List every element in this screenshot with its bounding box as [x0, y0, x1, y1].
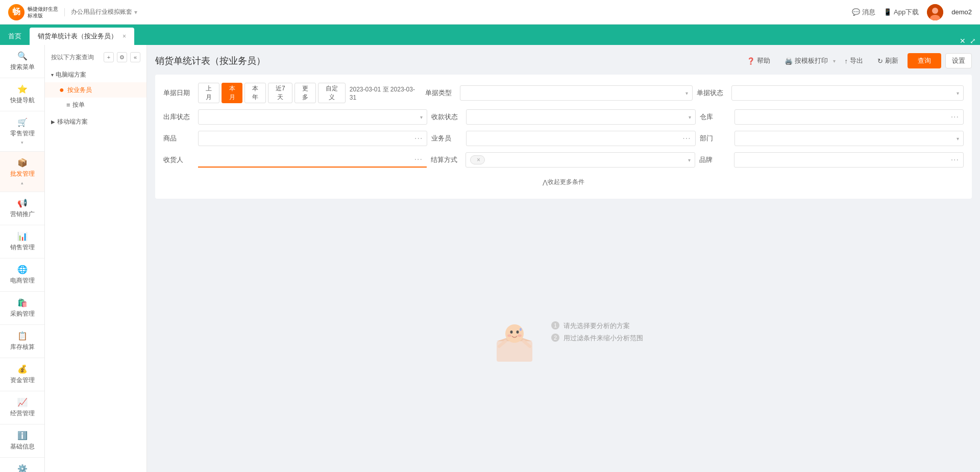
date-btn-this-month[interactable]: 本月: [222, 83, 243, 103]
sidebar-item-operations[interactable]: 📈 经营管理: [0, 391, 44, 424]
sub-icon: ≡: [66, 101, 70, 109]
section-mobile-header[interactable]: ▶ 移动端方案: [45, 114, 146, 129]
left-panel: 按以下方案查询 + ⚙ « ▾ 电脑端方案: [45, 45, 147, 472]
dept-select[interactable]: ▾: [734, 131, 964, 146]
receipt-status-select[interactable]: ▾: [466, 109, 695, 125]
date-btn-custom[interactable]: 自定义: [318, 83, 346, 103]
page-title: 销货单统计表（按业务员）: [155, 55, 265, 67]
sidebar-item-basic-info[interactable]: ℹ️ 基础信息: [0, 424, 44, 458]
settings-button[interactable]: 设置: [945, 53, 972, 68]
help-button[interactable]: ❓ 帮助: [742, 54, 775, 67]
tip-num-2: 2: [551, 334, 559, 342]
warehouse-select[interactable]: ···: [734, 109, 964, 125]
gear-icon: ⚙: [119, 54, 125, 61]
recipient-label: 收货人: [163, 155, 194, 164]
search-button[interactable]: 查询: [908, 53, 941, 68]
empty-tip-2: 2 用过滤条件来缩小分析范围: [551, 334, 643, 343]
empty-state: 1 请先选择要分析的方案 2 用过滤条件来缩小分析范围: [155, 203, 972, 464]
svg-point-7: [505, 324, 524, 343]
collapse-filters-button[interactable]: ⋀ 收起更多条件: [163, 174, 964, 191]
date-btn-more[interactable]: 更多: [295, 83, 316, 103]
sidebar-item-finance[interactable]: 💰 资金管理: [0, 358, 44, 391]
payment-select[interactable]: × ▾: [465, 152, 695, 168]
out-status-select[interactable]: ▾: [198, 109, 427, 125]
tab-close-button[interactable]: ×: [122, 33, 126, 40]
receipt-status-arrow-icon: ▾: [689, 114, 691, 120]
avatar: [927, 4, 943, 20]
brand-select[interactable]: ···: [734, 152, 964, 168]
filter-row-goods: 商品 ··· 业务员 ··· 部门 ▾: [163, 131, 964, 146]
sidebar-item-ecommerce[interactable]: 🌐 电商管理: [0, 258, 44, 292]
export-button[interactable]: ↑ 导出: [840, 54, 869, 67]
inventory-icon: 📋: [17, 331, 28, 341]
message-button[interactable]: 💬 消息: [852, 8, 875, 17]
sidebar-item-purchase[interactable]: 🛍️ 采购管理: [0, 292, 44, 325]
panel-item-by-salesman[interactable]: ● 按业务员: [45, 82, 146, 98]
retail-icon: 🛒: [17, 117, 28, 127]
brand-dots-icon: ···: [951, 155, 959, 164]
chevron-up-icon: ▴: [21, 180, 23, 185]
salesman-label: 业务员: [431, 134, 462, 143]
close-icon: ✕: [960, 37, 966, 45]
tab-home[interactable]: 首页: [0, 28, 30, 45]
print-dropdown-arrow[interactable]: ▾: [833, 58, 836, 64]
warehouse-dots-icon: ···: [951, 112, 959, 122]
username: demo2: [951, 8, 972, 16]
sidebar-item-search[interactable]: 🔍 搜索菜单: [0, 45, 44, 78]
payment-arrow-icon: ▾: [688, 157, 691, 163]
panel-settings-button[interactable]: ⚙: [117, 52, 127, 62]
panel-add-button[interactable]: +: [104, 52, 114, 62]
sidebar-item-retail[interactable]: 🛒 零售管理 ▾: [0, 111, 44, 152]
purchase-icon: 🛍️: [17, 298, 28, 308]
goods-dots-icon: ···: [414, 134, 423, 143]
sidebar-item-system[interactable]: ⚙️ 系统管理: [0, 458, 44, 472]
sidebar-item-sales[interactable]: 📊 销售管理: [0, 225, 44, 258]
page-actions: ❓ 帮助 🖨️ 按模板打印 ▾ ↑ 导出: [742, 53, 972, 68]
svg-point-13: [507, 334, 511, 337]
payment-tag-remove[interactable]: ×: [477, 156, 480, 163]
panel-section-mobile: ▶ 移动端方案: [45, 114, 146, 129]
salesman-dots-icon: ···: [682, 134, 691, 143]
recipient-input[interactable]: ···: [198, 152, 427, 168]
doc-type-arrow-icon: ▾: [685, 90, 688, 96]
sidebar-item-inventory[interactable]: 📋 库存核算: [0, 325, 44, 358]
doc-status-select[interactable]: ▾: [731, 85, 964, 101]
filter-row-recipient: 收货人 ··· 结算方式 × ▾ 品牌: [163, 152, 964, 168]
svg-point-8: [510, 331, 513, 334]
plus-icon: +: [107, 54, 110, 60]
print-icon: 🖨️: [785, 57, 793, 65]
tab-active[interactable]: 销货单统计表（按业务员） ×: [30, 28, 134, 45]
help-icon: ❓: [747, 57, 755, 65]
date-label: 单据日期: [163, 88, 194, 98]
maximize-icon: ⤢: [970, 37, 976, 45]
date-btn-this-year[interactable]: 本年: [244, 83, 266, 103]
main-layout: 🔍 搜索菜单 ⭐ 快捷导航 🛒 零售管理 ▾ 📦 批发管理 ▴ 📢 营销推广 📊…: [0, 45, 980, 472]
section-desktop-header[interactable]: ▾ 电脑端方案: [45, 67, 146, 82]
refresh-button[interactable]: ↻ 刷新: [872, 54, 903, 67]
close-window-button[interactable]: ✕ ⤢: [960, 37, 976, 45]
empty-illustration: [484, 308, 535, 359]
panel-header: 按以下方案查询 + ⚙ «: [45, 49, 146, 65]
search-icon: 🔍: [17, 51, 28, 61]
goods-select[interactable]: ···: [198, 131, 427, 146]
date-btn-7days[interactable]: 近7天: [268, 83, 292, 103]
print-template-button[interactable]: 🖨️ 按模板打印: [779, 54, 833, 67]
tip-num-1: 1: [551, 321, 559, 329]
dept-arrow-icon: ▾: [957, 136, 959, 141]
sidebar-item-marketing[interactable]: 📢 营销推广: [0, 192, 44, 225]
payment-tag: ×: [470, 155, 485, 164]
panel-collapse-button[interactable]: «: [130, 52, 140, 62]
doc-type-select[interactable]: ▾: [460, 85, 692, 101]
chevron-down-icon: ▾: [21, 140, 23, 145]
sidebar-item-wholesale[interactable]: 📦 批发管理 ▴: [0, 152, 44, 192]
salesman-select[interactable]: ···: [466, 131, 695, 146]
svg-point-14: [518, 334, 522, 337]
panel-sub-item-by-order[interactable]: ≡ 按单: [45, 98, 146, 112]
sidebar-item-quicknav[interactable]: ⭐ 快捷导航: [0, 78, 44, 111]
app-download-button[interactable]: 📱 App下载: [884, 8, 919, 17]
print-template-group: 🖨️ 按模板打印 ▾: [779, 54, 836, 67]
main-content: 销货单统计表（按业务员） ❓ 帮助 🖨️ 按模板打印 ▾ ↑: [147, 45, 980, 472]
quicknav-icon: ⭐: [17, 84, 28, 94]
section-mobile-arrow-icon: ▶: [51, 119, 55, 125]
date-btn-last-month[interactable]: 上月: [198, 83, 219, 103]
